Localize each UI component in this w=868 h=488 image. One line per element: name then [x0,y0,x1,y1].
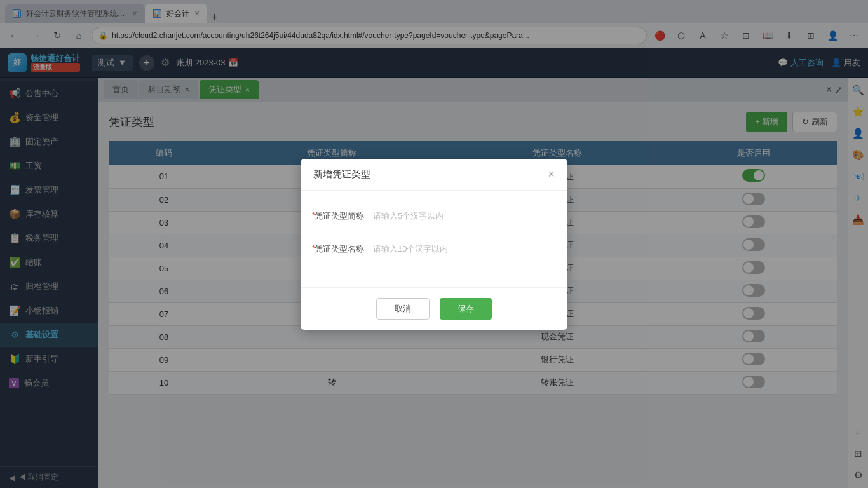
modal-body: 凭证类型简称 凭证类型名称 [301,191,567,287]
full-name-input[interactable] [370,239,555,259]
short-name-input[interactable] [370,206,555,226]
save-button[interactable]: 保存 [440,298,492,320]
form-row-full-name: 凭证类型名称 [313,239,555,259]
cancel-button[interactable]: 取消 [376,298,430,320]
modal-overlay: 新增凭证类型 × 凭证类型简称 凭证类型名称 取消 保存 [0,0,868,488]
new-voucher-type-modal: 新增凭证类型 × 凭证类型简称 凭证类型名称 取消 保存 [301,159,567,330]
modal-footer: 取消 保存 [301,287,567,330]
short-name-label: 凭证类型简称 [313,210,370,222]
full-name-label: 凭证类型名称 [313,243,370,255]
modal-title: 新增凭证类型 [313,168,370,180]
form-row-short-name: 凭证类型简称 [313,206,555,226]
modal-header: 新增凭证类型 × [301,159,567,191]
modal-close-button[interactable]: × [548,168,555,181]
